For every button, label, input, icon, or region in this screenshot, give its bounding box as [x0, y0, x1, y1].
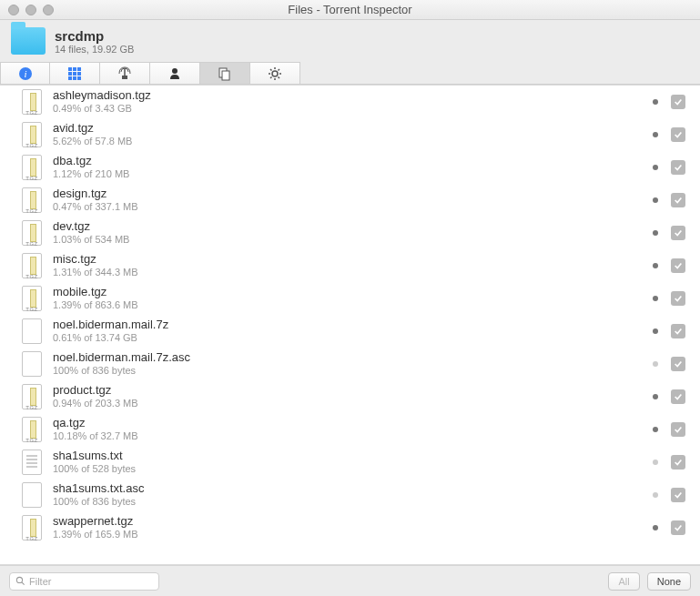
file-type-icon — [22, 318, 42, 344]
file-row[interactable]: sha1sums.txt.asc100% of 836 bytes — [0, 479, 700, 511]
filter-input[interactable] — [29, 576, 153, 587]
torrent-header: srcdmp 14 files, 19.92 GB — [0, 20, 700, 62]
tab-peers[interactable] — [150, 62, 200, 84]
file-download-checkbox[interactable] — [671, 95, 685, 109]
priority-indicator[interactable] — [653, 132, 658, 137]
file-download-checkbox[interactable] — [671, 520, 685, 535]
svg-rect-9 — [73, 76, 76, 80]
priority-indicator[interactable] — [653, 394, 658, 399]
svg-rect-6 — [73, 72, 76, 76]
file-progress: 100% of 836 bytes — [53, 365, 653, 377]
svg-text:i: i — [24, 68, 26, 79]
file-download-checkbox[interactable] — [671, 291, 685, 306]
file-download-checkbox[interactable] — [671, 455, 685, 470]
file-download-checkbox[interactable] — [671, 357, 685, 371]
priority-indicator[interactable] — [653, 230, 658, 236]
settings-icon — [268, 66, 282, 81]
svg-rect-5 — [68, 72, 72, 76]
info-icon: i — [18, 66, 33, 81]
file-progress: 0.49% of 3.43 GB — [53, 103, 653, 115]
priority-indicator[interactable] — [653, 328, 658, 334]
file-progress: 0.94% of 203.3 MB — [53, 398, 653, 409]
file-download-checkbox[interactable] — [671, 127, 685, 142]
svg-rect-7 — [77, 72, 81, 76]
tab-pieces[interactable] — [50, 62, 100, 84]
file-row[interactable]: design.tgz0.47% of 337.1 MB — [0, 184, 700, 217]
svg-rect-2 — [68, 67, 72, 71]
priority-indicator[interactable] — [653, 492, 658, 498]
file-progress: 100% of 836 bytes — [53, 496, 653, 508]
file-name: swappernet.tgz — [53, 515, 653, 529]
file-download-checkbox[interactable] — [671, 226, 685, 240]
file-row[interactable]: ashleymadison.tgz0.49% of 3.43 GB — [0, 86, 700, 118]
file-name: noel.biderman.mail.7z.asc — [53, 351, 653, 365]
priority-indicator[interactable] — [653, 263, 658, 268]
file-name: avid.tgz — [53, 122, 653, 136]
footer-bar: All None — [0, 565, 700, 596]
file-progress: 0.61% of 13.74 GB — [53, 332, 653, 344]
tab-settings[interactable] — [250, 62, 300, 84]
file-list: ashleymadison.tgz0.49% of 3.43 GBavid.tg… — [0, 85, 700, 565]
select-all-button[interactable]: All — [608, 572, 639, 591]
priority-indicator[interactable] — [653, 165, 658, 170]
priority-indicator[interactable] — [653, 99, 658, 105]
file-row[interactable]: misc.tgz1.31% of 344.3 MB — [0, 249, 700, 282]
close-window-button[interactable] — [8, 5, 19, 15]
priority-indicator[interactable] — [653, 296, 658, 301]
svg-line-21 — [279, 76, 280, 78]
file-progress: 1.39% of 863.6 MB — [53, 299, 653, 311]
file-type-icon — [22, 89, 42, 115]
file-download-checkbox[interactable] — [671, 422, 685, 437]
file-row[interactable]: swappernet.tgz1.39% of 165.9 MB — [0, 511, 700, 544]
file-type-icon — [22, 515, 42, 540]
file-type-icon — [22, 220, 42, 246]
file-type-icon — [22, 122, 42, 147]
select-none-button[interactable]: None — [647, 572, 691, 591]
file-download-checkbox[interactable] — [671, 193, 685, 207]
file-download-checkbox[interactable] — [671, 160, 685, 175]
file-type-icon — [22, 351, 42, 377]
file-row[interactable]: avid.tgz5.62% of 57.8 MB — [0, 118, 700, 151]
priority-indicator[interactable] — [653, 361, 658, 367]
file-row[interactable]: noel.biderman.mail.7z0.61% of 13.74 GB — [0, 315, 700, 348]
svg-rect-11 — [122, 76, 127, 79]
file-progress: 1.31% of 344.3 MB — [53, 267, 653, 278]
file-download-checkbox[interactable] — [671, 389, 685, 404]
file-name: misc.tgz — [53, 253, 653, 267]
folder-icon — [11, 27, 46, 55]
search-icon — [15, 576, 25, 586]
torrent-summary: 14 files, 19.92 GB — [55, 44, 134, 55]
priority-indicator[interactable] — [653, 460, 658, 465]
file-row[interactable]: qa.tgz10.18% of 32.7 MB — [0, 413, 700, 446]
svg-line-25 — [22, 582, 25, 585]
file-name: design.tgz — [53, 187, 653, 201]
file-download-checkbox[interactable] — [671, 258, 685, 273]
minimize-window-button[interactable] — [25, 5, 36, 15]
priority-indicator[interactable] — [653, 427, 658, 432]
file-download-checkbox[interactable] — [671, 324, 685, 338]
svg-line-22 — [270, 76, 272, 78]
file-name: noel.biderman.mail.7z — [53, 318, 653, 332]
file-row[interactable]: product.tgz0.94% of 203.3 MB — [0, 380, 700, 413]
file-progress: 1.03% of 534 MB — [53, 234, 653, 246]
file-row[interactable]: noel.biderman.mail.7z.asc100% of 836 byt… — [0, 348, 700, 380]
tab-trackers[interactable] — [100, 62, 150, 84]
file-download-checkbox[interactable] — [671, 488, 685, 502]
file-progress: 1.39% of 165.9 MB — [53, 529, 653, 540]
file-row[interactable]: sha1sums.txt100% of 528 bytes — [0, 446, 700, 479]
file-row[interactable]: mobile.tgz1.39% of 863.6 MB — [0, 282, 700, 315]
pieces-icon — [67, 66, 82, 81]
file-row[interactable]: dba.tgz1.12% of 210 MB — [0, 151, 700, 184]
file-name: dba.tgz — [53, 155, 653, 168]
tab-files[interactable] — [200, 62, 250, 84]
file-name: product.tgz — [53, 384, 653, 398]
window-title: Files - Torrent Inspector — [0, 3, 700, 16]
svg-rect-14 — [222, 71, 229, 80]
priority-indicator[interactable] — [653, 525, 658, 530]
priority-indicator[interactable] — [653, 197, 658, 203]
zoom-window-button[interactable] — [43, 5, 54, 15]
filter-field[interactable] — [9, 572, 159, 591]
tab-info[interactable]: i — [0, 62, 50, 84]
file-type-icon — [22, 482, 42, 508]
file-row[interactable]: dev.tgz1.03% of 534 MB — [0, 217, 700, 249]
